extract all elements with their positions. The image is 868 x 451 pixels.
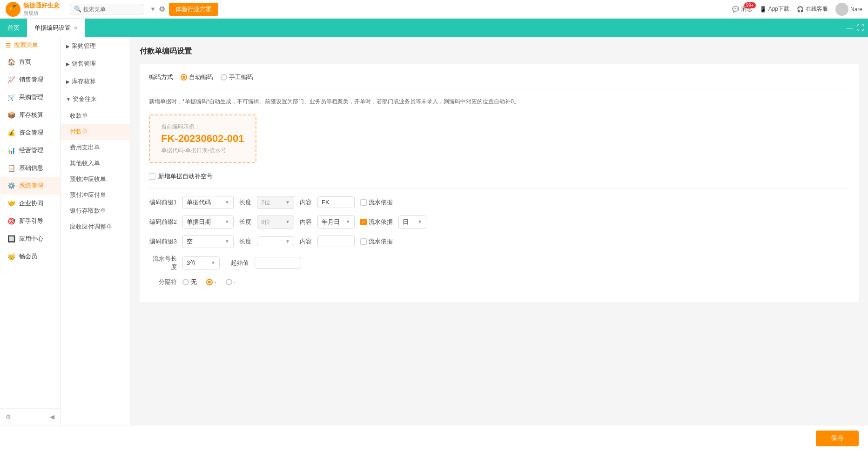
stream1-checkbox[interactable]: 流水依据	[360, 198, 393, 207]
prefix1-select[interactable]: 单据代码 ▼	[182, 196, 234, 209]
logo-icon: 🍊	[6, 2, 20, 17]
purchase-icon: 🛒	[7, 94, 15, 101]
tab-home-label: 首页	[7, 24, 20, 32]
length2-select[interactable]: 8位 ▼	[257, 215, 294, 229]
home-icon: 🏠	[7, 58, 15, 66]
sidebar-item-finance[interactable]: 💰 资金管理	[0, 124, 60, 141]
sub-header-funds[interactable]: ▼ 资金往来	[61, 90, 130, 108]
sidebar-item-enterprise[interactable]: 🤝 企业协同	[0, 195, 60, 212]
sub-item-ar-ap-adjust[interactable]: 应收应付调整单	[61, 219, 130, 235]
sidebar-item-app-center[interactable]: 🔲 应用中心	[0, 230, 60, 248]
app-download-btn[interactable]: 📱 App下载	[760, 5, 789, 13]
encoding-method-label: 编码方式	[149, 73, 173, 81]
sidebar: ☰ 搜索菜单 🏠 首页 📈 销售管理 🛒 采购管理 📦 库存核算 💰 资金管理 …	[0, 37, 61, 425]
sidebar-item-system[interactable]: ⚙️ 系统管理	[0, 177, 60, 195]
auto-fill-checkbox[interactable]	[149, 173, 155, 180]
sep-dot-label: ·	[215, 278, 216, 285]
sub-item-other-income[interactable]: 其他收入单	[61, 155, 130, 171]
length3-select[interactable]: ▼	[257, 236, 294, 246]
user-info[interactable]: Nare	[835, 3, 862, 16]
message-btn[interactable]: 💬 消息 99+	[732, 5, 752, 13]
content2-select[interactable]: 年月日 ▼	[317, 215, 355, 229]
serial-length-select[interactable]: 3位 ▼	[182, 256, 220, 269]
prefix1-label: 编码前缀1	[149, 198, 177, 207]
sep-radio-dot[interactable]: ·	[206, 278, 216, 285]
online-service-label: 在线客服	[806, 5, 828, 13]
sidebar-item-basic-info[interactable]: 📋 基础信息	[0, 159, 60, 177]
sep-dot2-radio	[226, 279, 232, 285]
sidebar-item-guide[interactable]: 🎯 新手引导	[0, 212, 60, 230]
online-service-btn[interactable]: 🎧 在线客服	[797, 5, 828, 13]
sep-radio-dot2[interactable]: ·	[226, 278, 236, 285]
search-box[interactable]: 🔍	[70, 4, 144, 14]
sidebar-search[interactable]: ☰ 搜索菜单	[0, 37, 60, 53]
sub-header-inventory[interactable]: ▶ 库存核算	[61, 73, 130, 90]
sub-inventory-label: 库存核算	[72, 77, 96, 86]
search-input[interactable]	[83, 6, 135, 13]
message-icon: 💬	[732, 6, 739, 13]
avatar	[835, 3, 848, 16]
sub-header-sales[interactable]: ▶ 销售管理	[61, 55, 130, 73]
auto-radio-dot	[181, 74, 187, 81]
sub-item-bank[interactable]: 银行存取款单	[61, 203, 130, 219]
settings-icon[interactable]: ⚙	[159, 5, 165, 13]
minimize-btn[interactable]: —	[846, 24, 853, 32]
chevron-down-icon: ▼	[66, 97, 71, 102]
sidebar-item-purchase[interactable]: 🛒 采购管理	[0, 88, 60, 106]
tab-encoding-settings[interactable]: 单据编码设置 ✕	[27, 19, 85, 37]
main-layout: ☰ 搜索菜单 🏠 首页 📈 销售管理 🛒 采购管理 📦 库存核算 💰 资金管理 …	[0, 37, 868, 425]
sub-item-prepay-offset[interactable]: 预收冲应收单	[61, 171, 130, 187]
sub-header-purchase[interactable]: ▶ 采购管理	[61, 37, 130, 55]
auto-encoding-radio[interactable]: 自动编码	[181, 73, 213, 81]
sidebar-item-member[interactable]: 👑 畅会员	[0, 248, 60, 265]
sub-item-advance-offset[interactable]: 预付冲应付单	[61, 187, 130, 203]
sep-dot2-label: ·	[234, 278, 236, 285]
sidebar-item-operation[interactable]: 📊 经营管理	[0, 141, 60, 159]
tab-encoding-label: 单据编码设置	[34, 24, 71, 32]
service-icon: 🎧	[797, 6, 804, 13]
save-button[interactable]: 保存	[816, 431, 859, 446]
sep-dot-radio	[206, 279, 213, 285]
content1-input[interactable]	[317, 196, 355, 208]
sub-item-receipt[interactable]: 收款单	[61, 108, 130, 124]
length3-label: 长度	[239, 237, 251, 246]
app-icon: 📱	[760, 6, 767, 13]
sidebar-item-inventory[interactable]: 📦 库存核算	[0, 106, 60, 124]
length1-value: 2位	[261, 198, 283, 207]
experience-button[interactable]: 体验行业方案	[169, 3, 218, 16]
sep-radio-none[interactable]: 无	[182, 278, 197, 286]
dropdown-arrow[interactable]: ▼	[150, 6, 156, 13]
collapse-icon[interactable]: ◀	[50, 413, 54, 420]
sidebar-item-home[interactable]: 🏠 首页	[0, 53, 60, 71]
tab-home[interactable]: 首页	[0, 19, 27, 37]
sidebar-item-sales[interactable]: 📈 销售管理	[0, 71, 60, 88]
prefix2-select[interactable]: 单据日期 ▼	[182, 215, 234, 229]
sales-icon: 📈	[7, 76, 15, 83]
sub-section-inventory: ▶ 库存核算	[61, 73, 130, 90]
manual-encoding-radio[interactable]: 手工编码	[221, 73, 253, 81]
tab-close-icon[interactable]: ✕	[74, 25, 78, 31]
stream2-unit-select[interactable]: 日 ▼	[398, 215, 426, 229]
stream2-checkbox[interactable]: ✓ 流水依据	[360, 218, 393, 226]
prefix-row-1: 编码前缀1 单据代码 ▼ 长度 2位 ▼ 内容 流水依据	[149, 196, 849, 209]
length2-label: 长度	[239, 218, 251, 226]
serial-length-arrow: ▼	[211, 260, 215, 265]
prefix-row-3: 编码前缀3 空 ▼ 长度 ▼ 内容 流水依据	[149, 235, 849, 248]
inventory-icon: 📦	[7, 111, 15, 119]
info-text: 新增单据时，*单据编码*自动生成，不可编辑。前缀设置为部门、业务员等档案类，开单…	[149, 97, 849, 107]
stream3-checkbox[interactable]: 流水依据	[360, 237, 393, 246]
topbar-right: 💬 消息 99+ 📱 App下载 🎧 在线客服 Nare	[732, 3, 862, 16]
prefix3-select[interactable]: 空 ▼	[182, 235, 234, 248]
logo-text: 畅捷通好生意 旗舰版	[23, 1, 60, 17]
settings-footer-icon[interactable]: ⚙	[6, 413, 11, 420]
length1-select[interactable]: 2位 ▼	[257, 196, 294, 209]
sub-item-expense[interactable]: 费用支出单	[61, 140, 130, 155]
message-badge: 99+	[744, 2, 756, 8]
serial-start-input[interactable]: 1	[255, 257, 301, 269]
content3-input[interactable]	[317, 236, 355, 247]
sidebar-member-label: 畅会员	[19, 252, 37, 261]
logo-badge: 旗舰版	[23, 10, 60, 17]
sub-item-payment[interactable]: 付款单	[61, 124, 130, 140]
manual-radio-dot	[221, 74, 227, 81]
maximize-btn[interactable]: ⛶	[857, 24, 864, 32]
